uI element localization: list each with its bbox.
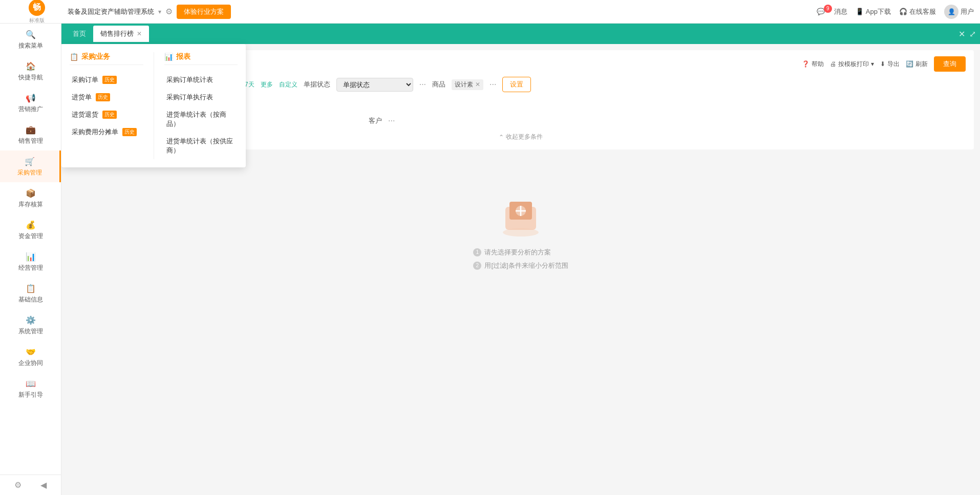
refresh-label: 刷新 xyxy=(915,60,928,69)
chart-icon: 📊 xyxy=(25,251,36,262)
refresh-button[interactable]: 🔄 刷新 xyxy=(906,60,928,69)
tab-close-all-button[interactable]: ✕ xyxy=(958,29,965,39)
sidebar-item-finance[interactable]: 💰 资金管理 xyxy=(0,214,61,246)
customer-more[interactable]: ··· xyxy=(388,116,395,125)
date-custom-button[interactable]: 自定义 xyxy=(279,80,297,89)
tab-sales-rank[interactable]: 销售排行榜 ✕ xyxy=(93,26,149,42)
empty-state: 1 请先选择要分析的方案 2 用[过滤]条件来缩小分析范围 xyxy=(68,156,974,313)
sidebar-item-label: 资金管理 xyxy=(18,232,43,241)
box-icon: 📦 xyxy=(25,187,36,199)
purchase-order-history: 历史 xyxy=(102,76,117,84)
industry-button[interactable]: 体验行业方案 xyxy=(177,5,231,19)
sidebar-item-label: 营销推广 xyxy=(18,105,43,114)
online-service-action[interactable]: 🎧 在线客服 xyxy=(899,7,936,16)
sidebar-item-search[interactable]: 🔍 搜索菜单 xyxy=(0,24,61,55)
app-label: App下载 xyxy=(866,7,891,16)
goods-more[interactable]: ··· xyxy=(489,80,496,89)
header-right: 💬 9 消息 📱 App下载 🎧 在线客服 👤 用户 xyxy=(817,5,974,19)
handshake-icon: 🤝 xyxy=(25,346,36,357)
phone-icon: 📱 xyxy=(856,8,864,15)
empty-illustration xyxy=(495,197,546,238)
sidebar-item-operation[interactable]: 📊 经营管理 xyxy=(0,246,61,277)
dropdown-item-order-stat[interactable]: 采购订单统计表 xyxy=(164,71,238,89)
query-button[interactable]: 查询 xyxy=(934,56,966,72)
toolbar-right: ❓ 帮助 🖨 按模板打印 ▾ ⬇ 导出 🔄 xyxy=(802,56,966,72)
report-col-icon: 📊 xyxy=(164,53,173,61)
dropdown-item-order-exec[interactable]: 采购订单执行表 xyxy=(164,89,238,106)
user-action[interactable]: 👤 用户 xyxy=(944,5,974,19)
step-1-num: 1 xyxy=(473,248,481,256)
user-label: 用户 xyxy=(961,7,974,16)
dropdown-item-in-stat-supplier[interactable]: 进货单统计表（按供应商） xyxy=(164,133,238,159)
message-label: 消息 xyxy=(834,7,847,16)
tab-fullscreen-button[interactable]: ⤢ xyxy=(969,29,976,39)
tip2-text: 用[过滤]条件来缩小分析范围 xyxy=(484,259,568,272)
header-settings-icon[interactable]: ⚙ xyxy=(165,7,173,16)
clipboard-icon: 📋 xyxy=(25,283,36,294)
sidebar-item-sales[interactable]: 💼 销售管理 xyxy=(0,119,61,150)
tab-close-icon[interactable]: ✕ xyxy=(137,30,142,37)
goods-tag: 设计素 ✕ xyxy=(452,79,483,90)
title-dropdown-arrow[interactable]: ▾ xyxy=(158,8,161,15)
sidebar-item-label: 经营管理 xyxy=(18,264,43,272)
print-dropdown-icon: ▾ xyxy=(871,60,874,68)
dropdown-item-purchase-in[interactable]: 进货单 历史 xyxy=(70,89,143,106)
print-button[interactable]: 🖨 按模板打印 ▾ xyxy=(830,60,874,69)
sidebar-item-purchase[interactable]: 🛒 采购管理 xyxy=(0,150,61,182)
sidebar-settings-button[interactable]: ⚙ xyxy=(14,480,22,490)
purchase-col-label: 采购业务 xyxy=(81,52,110,61)
tab-bar: 首页 销售排行榜 ✕ ✕ ⤢ xyxy=(61,24,980,44)
sidebar-item-label: 基础信息 xyxy=(18,295,43,304)
main-layout: 🔍 搜索菜单 🏠 快捷导航 📢 营销推广 💼 销售管理 🛒 采购管理 📦 库存核… xyxy=(0,24,980,495)
report-col: 📊 报表 采购订单统计表 采购订单执行表 进货单统计表（按商品） 进货单统计表（… xyxy=(164,52,238,159)
tab-right-actions: ✕ ⤢ xyxy=(958,29,976,39)
purchase-order-label: 采购订单 xyxy=(72,75,98,84)
sidebar-item-nav[interactable]: 🏠 快捷导航 xyxy=(0,55,61,87)
doc-status-more[interactable]: ··· xyxy=(419,80,426,89)
sidebar-item-basic[interactable]: 📋 基础信息 xyxy=(0,277,61,309)
print-icon: 🖨 xyxy=(830,60,836,68)
sidebar-item-stock[interactable]: 📦 库存核算 xyxy=(0,182,61,214)
sidebar-item-system[interactable]: ⚙️ 系统管理 xyxy=(0,309,61,341)
sidebar-item-label: 搜索菜单 xyxy=(18,41,43,50)
step-2-num: 2 xyxy=(473,262,481,270)
report-col-label: 报表 xyxy=(176,52,190,61)
tab-home[interactable]: 首页 xyxy=(66,26,93,42)
user-avatar: 👤 xyxy=(944,5,958,19)
app-download-action[interactable]: 📱 App下载 xyxy=(856,7,891,16)
help-button[interactable]: ❓ 帮助 xyxy=(802,60,824,69)
export-label: 导出 xyxy=(887,60,900,69)
dropdown-item-in-stat-goods[interactable]: 进货单统计表（按商品） xyxy=(164,106,238,133)
purchase-col-icon: 📋 xyxy=(70,53,78,61)
dropdown-item-purchase-return[interactable]: 进货退货 历史 xyxy=(70,106,143,123)
sidebar-item-label: 销售管理 xyxy=(18,137,43,145)
money-icon: 💰 xyxy=(25,219,36,230)
top-header: 畅 标准版 装备及固定资产辅助管理系统 ▾ ⚙ 体验行业方案 💬 9 消息 📱 … xyxy=(0,0,980,24)
sidebar-item-guide[interactable]: 📖 新手引导 xyxy=(0,373,61,404)
order-stat-label: 采购订单统计表 xyxy=(166,75,213,84)
purchase-in-history: 历史 xyxy=(96,93,110,101)
cart-icon: 🛒 xyxy=(24,156,35,167)
purchase-col: 📋 采购业务 采购订单 历史 进货单 历史 进货退货 历史 采购费用分摊单 xyxy=(70,52,143,159)
settings-button[interactable]: 设置 xyxy=(502,77,531,92)
date-more-button[interactable]: 更多 xyxy=(261,80,273,89)
dropdown-item-purchase-order[interactable]: 采购订单 历史 xyxy=(70,71,143,89)
logo-area: 畅 标准版 xyxy=(6,0,68,24)
message-action[interactable]: 💬 9 消息 xyxy=(817,7,847,16)
refresh-icon: 🔄 xyxy=(906,60,913,68)
sidebar-item-cooperation[interactable]: 🤝 企业协同 xyxy=(0,341,61,373)
purchase-in-label: 进货单 xyxy=(72,93,92,102)
service-label: 在线客服 xyxy=(909,7,936,16)
sidebar-footer: ⚙ ◀ xyxy=(0,475,61,495)
sidebar-item-marketing[interactable]: 📢 营销推广 xyxy=(0,87,61,119)
purchase-expense-history: 历史 xyxy=(122,128,137,136)
dropdown-item-purchase-expense[interactable]: 采购费用分摊单 历史 xyxy=(70,123,143,141)
doc-status-select[interactable]: 单据状态 xyxy=(336,78,413,92)
export-button[interactable]: ⬇ 导出 xyxy=(880,60,900,69)
briefcase-icon: 💼 xyxy=(25,124,36,135)
sidebar-collapse-button[interactable]: ◀ xyxy=(40,480,47,490)
goods-tag-close[interactable]: ✕ xyxy=(475,81,480,88)
sidebar-item-label: 库存核算 xyxy=(18,200,43,209)
collapse-label: 收起更多条件 xyxy=(506,133,543,141)
tip1-text: 请先选择要分析的方案 xyxy=(484,246,551,259)
